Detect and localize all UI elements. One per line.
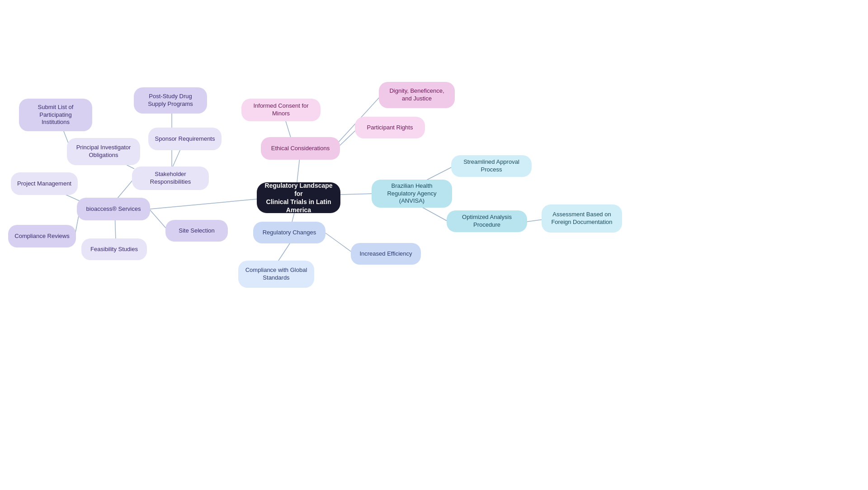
bioaccess-node[interactable]: bioaccess® Services [77, 198, 150, 220]
svg-line-4 [340, 194, 374, 195]
dignity-node[interactable]: Dignity, Beneficence, and Justice [379, 82, 455, 108]
project-management-node[interactable]: Project Management [11, 172, 78, 195]
optimized-label: Optimized Analysis Procedure [453, 214, 521, 229]
svg-line-7 [527, 219, 543, 222]
regulatory-changes-node[interactable]: Regulatory Changes [253, 222, 326, 243]
anvisa-label: Brazilian Health Regulatory Agency (ANVI… [378, 182, 446, 205]
compliance-reviews-node[interactable]: Compliance Reviews [8, 225, 76, 247]
principal-investigator-node[interactable]: Principal Investigator Obligations [67, 138, 140, 165]
project-management-label: Project Management [17, 180, 71, 188]
stakeholder-node[interactable]: Stakeholder Responsibilities [132, 167, 209, 190]
sponsor-requirements-label: Sponsor Requirements [155, 135, 215, 143]
regulatory-changes-label: Regulatory Changes [263, 229, 316, 237]
increased-efficiency-node[interactable]: Increased Efficiency [351, 243, 421, 265]
feasibility-studies-label: Feasibility Studies [90, 246, 138, 253]
increased-efficiency-label: Increased Efficiency [359, 250, 412, 258]
feasibility-studies-node[interactable]: Feasibility Studies [81, 238, 147, 260]
center-label: Regulatory Landscape for Clinical Trials… [263, 181, 334, 214]
streamlined-label: Streamlined Approval Process [458, 158, 525, 174]
svg-line-11 [150, 199, 257, 209]
informed-consent-node[interactable]: Informed Consent for Minors [241, 99, 321, 121]
streamlined-node[interactable]: Streamlined Approval Process [451, 155, 532, 177]
bioaccess-label: bioaccess® Services [86, 205, 141, 213]
center-node[interactable]: Regulatory Landscape for Clinical Trials… [257, 182, 340, 213]
optimized-node[interactable]: Optimized Analysis Procedure [447, 210, 527, 232]
compliance-global-node[interactable]: Compliance with Global Standards [238, 261, 314, 288]
participant-rights-node[interactable]: Participant Rights [355, 117, 425, 138]
ethical-considerations-label: Ethical Considerations [271, 145, 330, 152]
assessment-label: Assessment Based on Foreign Documentatio… [548, 211, 616, 226]
sponsor-requirements-node[interactable]: Sponsor Requirements [148, 128, 222, 150]
svg-line-10 [326, 233, 354, 253]
svg-line-9 [278, 242, 291, 262]
principal-investigator-label: Principal Investigator Obligations [73, 144, 134, 159]
compliance-reviews-label: Compliance Reviews [14, 233, 69, 240]
stakeholder-label: Stakeholder Responsibilities [138, 171, 203, 186]
informed-consent-label: Informed Consent for Minors [248, 102, 314, 118]
dignity-label: Dignity, Beneficence, and Justice [385, 87, 448, 103]
submit-list-label: Submit List of Participating Institution… [25, 104, 86, 127]
post-study-label: Post-Study Drug Supply Programs [140, 93, 201, 108]
compliance-global-label: Compliance with Global Standards [245, 266, 308, 282]
ethical-considerations-node[interactable]: Ethical Considerations [261, 137, 340, 160]
participant-rights-label: Participant Rights [367, 124, 413, 132]
anvisa-node[interactable]: Brazilian Health Regulatory Agency (ANVI… [372, 180, 452, 208]
site-selection-label: Site Selection [179, 227, 215, 235]
site-selection-node[interactable]: Site Selection [165, 220, 228, 242]
submit-list-node[interactable]: Submit List of Participating Institution… [19, 99, 92, 131]
assessment-node[interactable]: Assessment Based on Foreign Documentatio… [542, 205, 622, 233]
post-study-node[interactable]: Post-Study Drug Supply Programs [134, 87, 207, 114]
